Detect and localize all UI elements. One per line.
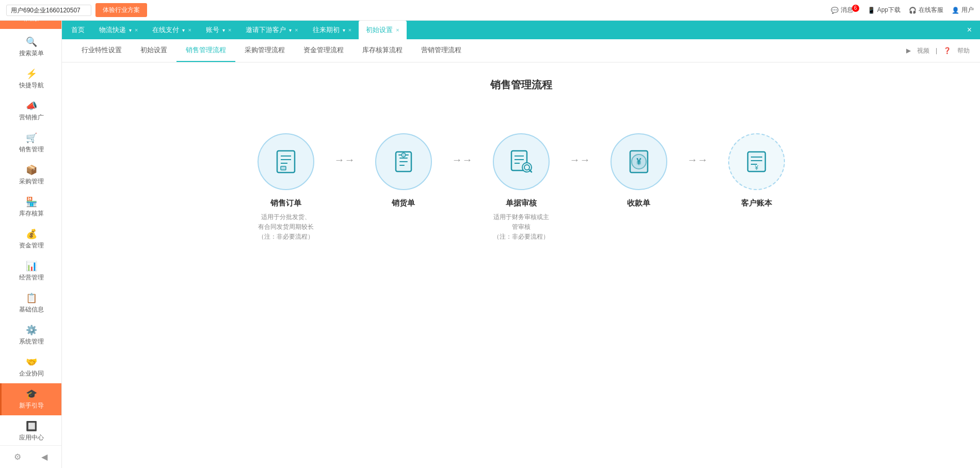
sidebar-item-marketing-promo[interactable]: 📣 营销推广 (0, 95, 61, 127)
flow-step-voucher-review-desc: 适用于财务审核或主管审核（注：非必要流程） (493, 212, 549, 242)
tab-initial-setup[interactable]: 初始设置 × (359, 21, 406, 39)
sidebar-item-label: 销售管理 (19, 145, 44, 154)
top-bar: 用户690企业1660120507 体验行业方案 💬 消息 6 📱 App下载 … (0, 0, 980, 21)
sidebar-item-sys-mgmt[interactable]: ⚙️ 系统管理 (0, 319, 61, 351)
sidebar-item-app-center[interactable]: 🔲 应用中心 (0, 415, 61, 445)
video-help-label[interactable]: 视频 (917, 46, 929, 55)
sidebar-item-label: 系统管理 (19, 337, 44, 346)
tab-initial-setup-close[interactable]: × (396, 27, 399, 33)
flow-circle-voucher-review[interactable] (493, 133, 550, 190)
flow-circle-customer-account[interactable]: ¥ (728, 133, 785, 190)
sidebar-item-label: 搜索菜单 (19, 49, 44, 58)
sidebar-item-label: 应用中心 (19, 433, 44, 442)
user-label: 用户 (961, 6, 974, 14)
page-title: 销售管理流程 (83, 78, 959, 92)
top-bar-left: 用户690企业1660120507 体验行业方案 (6, 3, 147, 17)
flow-arrow-4: →→ (685, 154, 710, 166)
sidebar-item-basic-info[interactable]: 📋 基础信息 (0, 287, 61, 319)
sub-tabs-left: 行业特性设置 初始设置 销售管理流程 采购管理流程 资金管理流程 库存核算流程 … (72, 39, 471, 62)
app-download-item[interactable]: 📱 App下载 (867, 6, 901, 14)
sidebar-item-search-menu[interactable]: 🔍 搜索菜单 (0, 31, 61, 63)
sub-tab-sales-flow[interactable]: 销售管理流程 (176, 39, 235, 62)
sidebar-item-enterprise-collab[interactable]: 🤝 企业协同 (0, 351, 61, 383)
top-bar-right: 💬 消息 6 📱 App下载 🎧 在线客服 👤 用户 (831, 6, 974, 14)
user-select[interactable]: 用户690企业1660120507 (6, 5, 91, 16)
tab-account-label: 账号 (206, 25, 219, 35)
voucher-review-icon (507, 148, 535, 176)
tab-account-close[interactable]: × (228, 27, 231, 33)
sidebar-item-label: 经营管理 (19, 273, 44, 282)
divider: | (936, 47, 937, 54)
tab-online-pay-close[interactable]: × (188, 27, 191, 33)
purchase-mgmt-icon: 📦 (26, 164, 37, 176)
trial-btn[interactable]: 体验行业方案 (95, 3, 147, 17)
newcomer-guide-icon: 🎓 (26, 388, 37, 400)
nav-tabs: 首页 物流快递 ▾ × 在线支付 ▾ × 账号 ▾ × 邀请下游客户 ▾ × 往… (62, 21, 980, 39)
sales-mgmt-icon: 🛒 (26, 132, 37, 144)
sidebar-item-inventory[interactable]: 🏪 库存核算 (0, 191, 61, 223)
message-label: 消息 (841, 6, 853, 14)
tab-home[interactable]: 首页 (64, 21, 92, 39)
tab-period-initial[interactable]: 往来期初 ▾ × (306, 21, 359, 39)
user-avatar-item[interactable]: 👤 用户 (952, 6, 974, 14)
flow-step-receipt: ¥ ¥ 收款单 (592, 133, 685, 212)
sidebar-item-quick-nav[interactable]: ⚡ 快捷导航 (0, 63, 61, 95)
app-download-icon: 📱 (867, 7, 875, 14)
settings-bottom-icon[interactable]: ⚙ (14, 452, 21, 462)
help-label[interactable]: 帮助 (957, 46, 970, 55)
tab-period-label: 往来期初 (313, 25, 340, 35)
chevron-down-icon: ▾ (289, 27, 292, 33)
sub-tab-inventory-flow[interactable]: 库存核算流程 (353, 39, 412, 62)
flow-circle-sales-delivery[interactable] (375, 133, 432, 190)
chevron-down-icon: ▾ (222, 27, 225, 33)
svg-rect-4 (281, 166, 286, 170)
tab-online-pay[interactable]: 在线支付 ▾ × (145, 21, 198, 39)
sidebar-item-label: 采购管理 (19, 177, 44, 186)
collapse-icon[interactable]: ◀ (41, 452, 47, 462)
tab-account[interactable]: 账号 ▾ × (199, 21, 238, 39)
sidebar-item-finance-mgmt[interactable]: 💰 资金管理 (0, 223, 61, 255)
flow-circle-receipt[interactable]: ¥ ¥ (611, 133, 667, 190)
basic-info-icon: 📋 (26, 292, 37, 304)
tab-online-pay-label: 在线支付 (152, 25, 179, 35)
main-content: 行业特性设置 初始设置 销售管理流程 采购管理流程 资金管理流程 库存核算流程 … (62, 39, 980, 468)
flow-step-customer-account-title: 客户账本 (741, 198, 772, 208)
close-all-tabs-btn[interactable]: × (961, 25, 978, 35)
sys-mgmt-icon: ⚙️ (26, 324, 37, 336)
flow-step-sales-order: 销售订单 适用于分批发货、有合同发货周期较长（注：非必要流程） (239, 133, 332, 242)
sub-tab-purchase-flow[interactable]: 采购管理流程 (235, 39, 294, 62)
sidebar-item-ops-mgmt[interactable]: 📊 经营管理 (0, 255, 61, 287)
message-icon: 💬 (831, 7, 839, 14)
sidebar-item-label: 库存核算 (19, 209, 44, 218)
sidebar-item-label: 基础信息 (19, 305, 44, 314)
flow-diagram: 销售订单 适用于分批发货、有合同发货周期较长（注：非必要流程） →→ 销货单 → (83, 123, 959, 263)
tab-period-close[interactable]: × (348, 27, 351, 33)
tab-invite-downstream[interactable]: 邀请下游客户 ▾ × (238, 21, 305, 39)
flow-step-sales-delivery: 销货单 (357, 133, 450, 212)
sub-tabs-right: ▶ 视频 | ❓ 帮助 (906, 46, 970, 55)
tab-invite-label: 邀请下游客户 (246, 25, 286, 35)
sub-tab-marketing-flow[interactable]: 营销管理流程 (412, 39, 471, 62)
app-download-label: App下载 (877, 6, 901, 14)
chevron-down-icon: ▾ (182, 27, 185, 33)
user-avatar: 👤 (952, 7, 959, 14)
enterprise-collab-icon: 🤝 (26, 356, 37, 368)
sub-tab-finance-flow[interactable]: 资金管理流程 (294, 39, 353, 62)
online-service-item[interactable]: 🎧 在线客服 (909, 6, 943, 14)
sidebar-item-purchase-mgmt[interactable]: 📦 采购管理 (0, 159, 61, 191)
sub-tab-industry-settings[interactable]: 行业特性设置 (72, 39, 131, 62)
sidebar-item-label: 快捷导航 (19, 81, 44, 90)
message-item[interactable]: 💬 消息 6 (831, 6, 859, 14)
tab-logistics-close[interactable]: × (135, 27, 138, 33)
tab-logistics[interactable]: 物流快递 ▾ × (92, 21, 145, 39)
sidebar-item-sales-mgmt[interactable]: 🛒 销售管理 (0, 127, 61, 159)
search-menu-icon: 🔍 (26, 36, 37, 48)
flow-circle-sales-order[interactable] (258, 133, 314, 190)
app-center-icon: 🔲 (26, 420, 37, 432)
help-icon: ❓ (943, 47, 951, 54)
flow-step-customer-account: ¥ 客户账本 (710, 133, 803, 212)
sub-tab-initial-settings[interactable]: 初始设置 (131, 39, 176, 62)
sidebar-item-newcomer-guide[interactable]: 🎓 新手引导 (0, 383, 61, 415)
flow-step-voucher-review-title: 单据审核 (506, 198, 537, 208)
tab-invite-close[interactable]: × (295, 27, 298, 33)
